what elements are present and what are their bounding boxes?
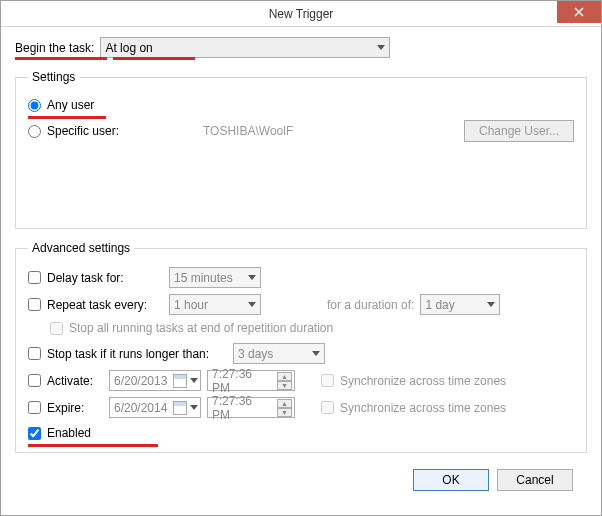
enabled-label: Enabled (47, 426, 91, 440)
expire-sync-label: Synchronize across time zones (340, 401, 506, 415)
delay-checkbox[interactable] (28, 271, 41, 284)
cancel-button[interactable]: Cancel (497, 469, 573, 491)
begin-task-select[interactable]: At log on (100, 37, 390, 58)
chevron-down-icon (312, 351, 320, 356)
new-trigger-dialog: New Trigger Begin the task: At log on Se… (0, 0, 602, 516)
settings-fieldset: Settings Any user Specific user: TOSHIBA… (15, 70, 587, 229)
titlebar: New Trigger (1, 1, 601, 27)
expire-date[interactable]: 6/20/2014 (109, 397, 201, 418)
stop-if-checkbox[interactable] (28, 347, 41, 360)
any-user-radio[interactable] (28, 99, 41, 112)
activate-time[interactable]: 7:27:36 PM ▲▼ (207, 370, 295, 391)
calendar-icon (173, 374, 187, 388)
highlight (28, 444, 158, 447)
highlight (15, 57, 107, 60)
expire-checkbox[interactable] (28, 401, 41, 414)
chevron-down-icon (190, 378, 198, 383)
activate-checkbox[interactable] (28, 374, 41, 387)
specific-user-value: TOSHIBA\WoolF (203, 124, 293, 138)
repeat-checkbox[interactable] (28, 298, 41, 311)
begin-task-label: Begin the task: (15, 41, 94, 55)
repeat-interval-combo[interactable]: 1 hour (169, 294, 261, 315)
expire-sync-checkbox (321, 401, 334, 414)
spinner-icon: ▲▼ (277, 399, 292, 417)
begin-task-value: At log on (105, 41, 152, 55)
repeat-duration-combo[interactable]: 1 day (420, 294, 500, 315)
repeat-label: Repeat task every: (47, 298, 163, 312)
spinner-icon: ▲▼ (277, 372, 292, 390)
delay-label: Delay task for: (47, 271, 163, 285)
close-button[interactable] (557, 1, 601, 23)
activate-sync-checkbox (321, 374, 334, 387)
highlight (28, 116, 106, 119)
stop-all-checkbox (50, 322, 63, 335)
specific-user-radio[interactable] (28, 125, 41, 138)
expire-time[interactable]: 7:27:36 PM ▲▼ (207, 397, 295, 418)
chevron-down-icon (487, 302, 495, 307)
chevron-down-icon (248, 302, 256, 307)
expire-label: Expire: (47, 401, 103, 415)
advanced-legend: Advanced settings (28, 241, 134, 255)
specific-user-label: Specific user: (47, 124, 131, 138)
delay-combo[interactable]: 15 minutes (169, 267, 261, 288)
enabled-checkbox[interactable] (28, 427, 41, 440)
any-user-label: Any user (47, 98, 94, 112)
close-icon (574, 7, 584, 17)
chevron-down-icon (190, 405, 198, 410)
activate-date[interactable]: 6/20/2013 (109, 370, 201, 391)
activate-label: Activate: (47, 374, 103, 388)
chevron-down-icon (377, 45, 385, 50)
window-title: New Trigger (269, 7, 334, 21)
stop-all-label: Stop all running tasks at end of repetit… (69, 321, 333, 335)
ok-button[interactable]: OK (413, 469, 489, 491)
change-user-button[interactable]: Change User... (464, 120, 574, 142)
repeat-duration-label: for a duration of: (327, 298, 414, 312)
chevron-down-icon (248, 275, 256, 280)
advanced-fieldset: Advanced settings Delay task for: 15 min… (15, 241, 587, 453)
activate-sync-label: Synchronize across time zones (340, 374, 506, 388)
stop-if-label: Stop task if it runs longer than: (47, 347, 227, 361)
stop-if-combo[interactable]: 3 days (233, 343, 325, 364)
settings-legend: Settings (28, 70, 79, 84)
calendar-icon (173, 401, 187, 415)
